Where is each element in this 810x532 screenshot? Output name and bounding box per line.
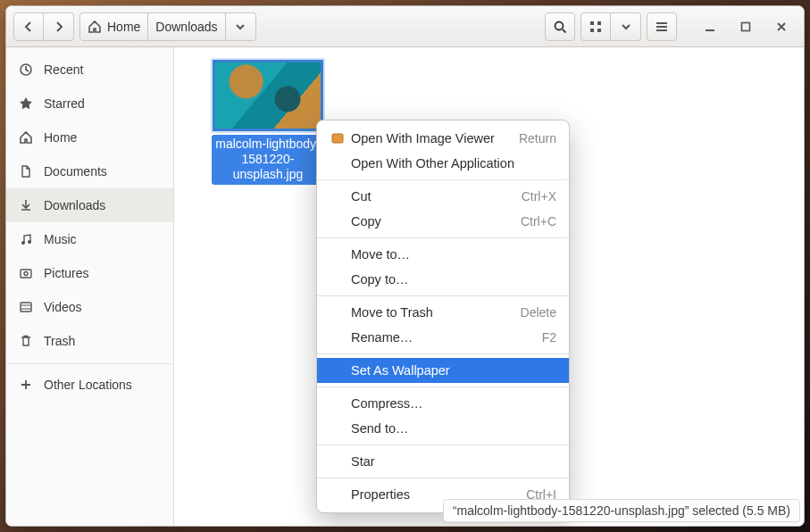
menu-separator	[317, 179, 569, 180]
headerbar: Home Downloads	[6, 6, 804, 47]
status-bar: “malcolm-lightbody-1581220-unsplash.jpg”…	[443, 499, 800, 522]
search-button[interactable]	[545, 12, 575, 41]
menu-move-to[interactable]: Move to…	[317, 242, 569, 267]
trash-icon	[19, 334, 33, 348]
path-menu-button[interactable]	[226, 12, 256, 41]
menu-separator	[317, 478, 569, 478]
file-name-label: malcolm-lightbody-1581220-unsplash.jpg	[212, 135, 324, 185]
sidebar-item-label: Documents	[44, 164, 107, 179]
sidebar-item-starred[interactable]: Starred	[6, 87, 173, 121]
menu-item-accel: Ctrl+C	[521, 214, 556, 229]
back-button[interactable]	[13, 12, 44, 41]
chevron-left-icon	[21, 20, 36, 34]
download-icon	[19, 198, 33, 212]
view-buttons	[580, 12, 641, 41]
sidebar-item-label: Starred	[44, 96, 85, 111]
menu-item-label: Move to Trash	[351, 305, 433, 320]
menu-item-label: Star	[351, 454, 375, 469]
path-current-button[interactable]: Downloads	[148, 12, 225, 41]
path-home-button[interactable]: Home	[79, 12, 148, 41]
sidebar-item-label: Trash	[44, 334, 75, 348]
hamburger-button[interactable]	[647, 12, 677, 41]
chevron-right-icon	[52, 20, 66, 34]
sidebar-item-documents[interactable]: Documents	[6, 154, 173, 188]
caret-down-icon	[233, 20, 247, 34]
videos-icon	[19, 300, 33, 314]
music-icon	[19, 232, 33, 246]
close-icon	[774, 20, 789, 34]
svg-rect-1	[590, 21, 594, 25]
main-pane[interactable]: malcolm-lightbody-1581220-unsplash.jpg O…	[174, 47, 804, 526]
menu-item-accel: Delete	[521, 305, 556, 320]
sidebar-item-label: Music	[44, 232, 77, 246]
menu-send-to[interactable]: Send to…	[317, 416, 569, 441]
content-split: Recent Starred Home Documents Downloads …	[6, 47, 804, 526]
file-thumbnail[interactable]	[213, 60, 323, 131]
menu-separator	[317, 445, 569, 445]
menu-copy[interactable]: Copy Ctrl+C	[317, 209, 569, 234]
menu-copy-to[interactable]: Copy to…	[317, 267, 569, 292]
menu-item-label: Open With Other Application	[351, 156, 514, 170]
sidebar-item-recent[interactable]: Recent	[6, 53, 173, 87]
minimize-button[interactable]	[695, 12, 725, 41]
menu-compress[interactable]: Compress…	[317, 391, 569, 416]
menu-open-with-default[interactable]: Open With Image Viewer Return	[317, 126, 569, 151]
svg-point-7	[21, 241, 24, 244]
sidebar-item-music[interactable]: Music	[6, 222, 173, 256]
menu-rename[interactable]: Rename… F2	[317, 325, 569, 350]
minimize-icon	[703, 20, 717, 34]
svg-point-10	[24, 272, 28, 276]
pictures-icon	[19, 266, 33, 280]
sidebar-item-home[interactable]: Home	[6, 121, 173, 154]
sidebar-item-label: Pictures	[44, 266, 89, 280]
svg-rect-2	[597, 21, 601, 25]
menu-item-label: Compress…	[351, 396, 423, 411]
menu-move-to-trash[interactable]: Move to Trash Delete	[317, 300, 569, 325]
home-icon	[88, 20, 102, 34]
file-manager-window: Home Downloads	[5, 5, 805, 527]
svg-rect-9	[21, 270, 31, 278]
star-icon	[19, 96, 33, 111]
sidebar-item-downloads[interactable]: Downloads	[6, 188, 173, 222]
sidebar-item-pictures[interactable]: Pictures	[6, 256, 173, 290]
sidebar-item-label: Downloads	[44, 198, 105, 212]
menu-separator	[317, 353, 569, 354]
maximize-button[interactable]	[731, 12, 761, 41]
menu-star[interactable]: Star	[317, 449, 569, 474]
caret-down-icon	[619, 20, 633, 34]
close-button[interactable]	[766, 12, 797, 41]
status-text: “malcolm-lightbody-1581220-unsplash.jpg”…	[453, 503, 790, 518]
menu-open-with-other[interactable]: Open With Other Application	[317, 151, 569, 176]
forward-button[interactable]	[44, 12, 74, 41]
svg-point-8	[28, 240, 30, 243]
menu-item-label: Copy to…	[351, 272, 408, 287]
menu-item-label: Properties	[351, 487, 410, 502]
svg-rect-3	[590, 29, 594, 32]
menu-item-label: Open With Image Viewer	[351, 131, 495, 145]
sidebar-item-videos[interactable]: Videos	[6, 290, 173, 324]
clock-icon	[19, 62, 33, 77]
view-mode-button[interactable]	[580, 12, 611, 41]
svg-rect-5	[742, 22, 750, 30]
sidebar-item-label: Home	[44, 130, 77, 145]
svg-rect-12	[332, 134, 343, 143]
sidebar-item-trash[interactable]: Trash	[6, 324, 173, 358]
grid-icon	[589, 20, 603, 34]
path-home-label: Home	[107, 20, 140, 34]
menu-item-label: Copy	[351, 214, 381, 229]
maximize-icon	[739, 20, 753, 34]
menu-item-label: Set As Wallpaper	[351, 363, 450, 378]
plus-icon	[19, 378, 33, 392]
sidebar-item-label: Other Locations	[44, 378, 132, 392]
menu-set-wallpaper[interactable]: Set As Wallpaper	[317, 358, 569, 383]
file-item[interactable]: malcolm-lightbody-1581220-unsplash.jpg	[210, 60, 326, 185]
places-sidebar: Recent Starred Home Documents Downloads …	[6, 47, 174, 526]
menu-cut[interactable]: Cut Ctrl+X	[317, 184, 569, 209]
menu-item-label: Cut	[351, 189, 372, 204]
menu-separator	[317, 295, 569, 296]
menu-item-accel: F2	[542, 330, 556, 345]
sidebar-item-other-locations[interactable]: Other Locations	[6, 363, 173, 401]
image-app-icon	[330, 131, 346, 145]
view-options-button[interactable]	[611, 12, 641, 41]
menu-item-accel: Ctrl+X	[522, 189, 556, 204]
